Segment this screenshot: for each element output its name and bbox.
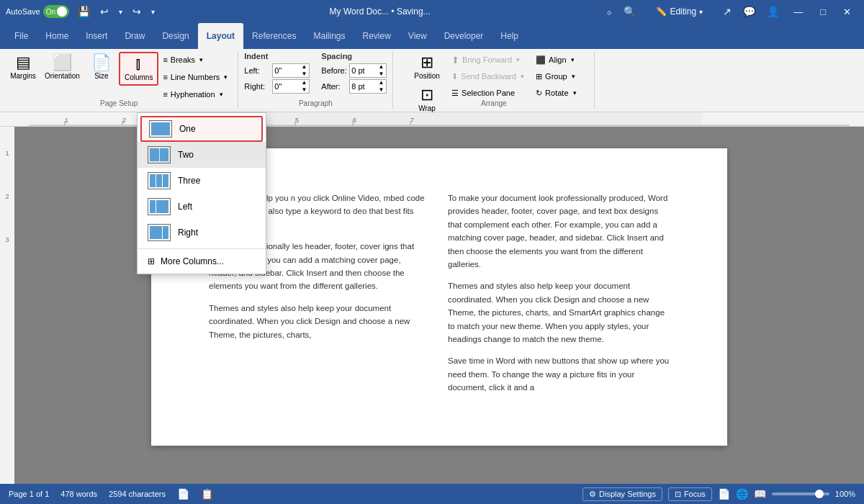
spacing-before-input[interactable]: 0 pt ▲ ▼: [349, 63, 387, 78]
display-settings-icon: ⚙: [589, 490, 596, 499]
ribbon-icon[interactable]: ⬦: [602, 4, 616, 19]
spacing-before-up[interactable]: ▲: [377, 63, 384, 71]
indent-left-up[interactable]: ▲: [300, 63, 307, 71]
rotate-item[interactable]: ↻ Rotate ▾: [533, 85, 579, 101]
document-container: 1 2 3 …rful way to help you n you click …: [0, 127, 864, 484]
close-button[interactable]: ✕: [836, 0, 858, 23]
tab-help[interactable]: Help: [492, 23, 527, 49]
more-columns-label: More Columns...: [161, 256, 224, 266]
align-dropdown[interactable]: ▾: [571, 56, 575, 63]
spacing-header: Spacing: [321, 52, 387, 60]
focus-button[interactable]: ⊡ Focus: [668, 487, 712, 501]
autosave-toggle[interactable]: On: [43, 5, 69, 18]
autosave-label: AutoSave: [6, 7, 40, 16]
bring-forward-dropdown[interactable]: ▾: [516, 56, 520, 63]
zoom-percentage[interactable]: 100%: [835, 490, 855, 498]
tab-layout[interactable]: Layout: [198, 23, 243, 49]
indent-left-down[interactable]: ▼: [300, 71, 307, 78]
paragraph-group: Indent Left: 0" ▲ ▼ Right: 0": [238, 52, 393, 109]
group-item[interactable]: ⊞ Group ▾: [533, 68, 579, 84]
group-icon: ⊞: [536, 72, 542, 81]
tab-review[interactable]: Review: [354, 23, 399, 49]
indent-right-up[interactable]: ▲: [300, 79, 307, 86]
bring-forward-label: Bring Forward: [462, 55, 512, 64]
customize-qat-icon[interactable]: ▾: [148, 6, 158, 17]
doc-settings-icon[interactable]: 📋: [201, 488, 213, 500]
size-button[interactable]: 📄 Size: [84, 52, 119, 83]
tab-developer[interactable]: Developer: [436, 23, 492, 49]
view-icon-read[interactable]: 📖: [754, 488, 766, 500]
zoom-thumb[interactable]: [815, 490, 824, 498]
search-icon[interactable]: 🔍: [619, 4, 640, 19]
doc-check-icon[interactable]: 📄: [177, 488, 189, 500]
columns-right-label: Right: [178, 228, 198, 238]
doc-title: My Word Doc... • Saving...: [163, 6, 597, 17]
save-icon[interactable]: 💾: [75, 4, 93, 19]
right-bar-thin: [163, 226, 168, 239]
spacing-before-down[interactable]: ▼: [377, 71, 384, 78]
columns-right-item[interactable]: Right: [138, 220, 266, 246]
maximize-button[interactable]: □: [813, 0, 833, 23]
tab-view[interactable]: View: [400, 23, 436, 49]
size-label: Size: [94, 72, 108, 80]
two-bar1: [150, 148, 159, 161]
svg-text:2: 2: [122, 117, 126, 124]
columns-left-item[interactable]: Left: [138, 194, 266, 220]
send-backward-dropdown[interactable]: ▾: [521, 73, 524, 80]
focus-label: Focus: [684, 490, 706, 498]
view-icon-print[interactable]: 📄: [718, 488, 730, 500]
tab-references[interactable]: References: [243, 23, 305, 49]
page-setup-group-label: Page Setup: [0, 99, 238, 107]
word-count: 478 words: [60, 490, 97, 498]
char-count: 2594 characters: [109, 490, 166, 498]
more-columns-item[interactable]: ⊞ More Columns...: [138, 252, 266, 271]
tab-home[interactable]: Home: [37, 23, 77, 49]
indent-column: Indent Left: 0" ▲ ▼ Right: 0": [244, 52, 310, 94]
rotate-dropdown[interactable]: ▾: [573, 89, 577, 96]
columns-three-label: Three: [178, 176, 200, 186]
share-icon[interactable]: ↗: [719, 4, 736, 19]
selection-pane-item[interactable]: ☰ Selection Pane: [449, 85, 527, 101]
undo-dropdown-icon[interactable]: ▾: [116, 6, 125, 17]
position-button[interactable]: ⊞ Position: [408, 52, 446, 83]
spacing-after-up[interactable]: ▲: [377, 79, 384, 86]
breaks-button[interactable]: ≡ Breaks ▾: [158, 52, 232, 68]
columns-button[interactable]: ⫿ Columns: [119, 52, 158, 86]
display-settings-button[interactable]: ⚙ Display Settings: [582, 487, 662, 501]
view-icon-web[interactable]: 🌐: [736, 488, 748, 500]
spacing-after-input[interactable]: 8 pt ▲ ▼: [349, 79, 387, 94]
tab-design[interactable]: Design: [153, 23, 197, 49]
undo-icon[interactable]: ↩: [97, 4, 112, 19]
margins-button[interactable]: ▤ Margins: [6, 52, 40, 83]
tab-insert[interactable]: Insert: [77, 23, 116, 49]
breaks-icon: ≡: [163, 55, 167, 64]
indent-left-input[interactable]: 0" ▲ ▼: [272, 63, 310, 78]
line-numbers-button[interactable]: ≡ Line Numbers ▾: [158, 69, 232, 85]
profile-icon[interactable]: 👤: [762, 4, 783, 19]
tab-file[interactable]: File: [6, 23, 37, 49]
right-bar-wide: [150, 226, 162, 239]
send-backward-item[interactable]: ⬇ Send Backward ▾: [449, 68, 527, 84]
columns-three-item[interactable]: Three: [138, 168, 266, 194]
tab-draw[interactable]: Draw: [116, 23, 153, 49]
tab-mailings[interactable]: Mailings: [305, 23, 354, 49]
indent-left-label: Left:: [244, 66, 269, 75]
doc-columns: …rful way to help you n you click Online…: [209, 192, 670, 402]
editing-button[interactable]: ✏️ Editing ▾: [649, 1, 710, 22]
align-item[interactable]: ⬛ Align ▾: [533, 52, 579, 68]
columns-two-item[interactable]: Two: [138, 142, 266, 168]
zoom-slider[interactable]: [772, 492, 829, 495]
columns-one-item[interactable]: One: [140, 116, 263, 142]
comments-icon[interactable]: 💬: [739, 4, 760, 19]
group-dropdown[interactable]: ▾: [572, 73, 575, 80]
orientation-button[interactable]: ⬜ Orientation: [40, 52, 84, 83]
minimize-button[interactable]: —: [786, 0, 810, 23]
indent-right-input[interactable]: 0" ▲ ▼: [272, 79, 310, 94]
page-setup-group: ▤ Margins ⬜ Orientation 📄 Size ⫿ Columns: [0, 52, 238, 109]
indent-right-label: Right:: [244, 82, 269, 91]
bring-forward-item[interactable]: ⬆ Bring Forward ▾: [449, 52, 527, 68]
spacing-after-down[interactable]: ▼: [377, 86, 384, 94]
redo-icon[interactable]: ↪: [130, 4, 144, 19]
svg-text:2: 2: [5, 193, 9, 200]
indent-right-down[interactable]: ▼: [300, 86, 307, 94]
